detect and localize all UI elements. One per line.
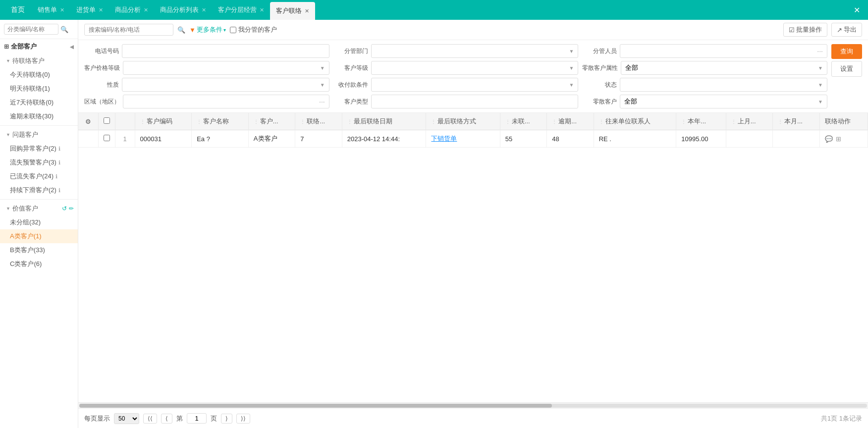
sidebar-item-overdue[interactable]: 逾期未联络(30)	[0, 109, 78, 123]
region-dots[interactable]: ···	[319, 98, 325, 106]
row-last-method[interactable]: 下销货单	[426, 130, 500, 148]
cust-type-select[interactable]	[371, 95, 579, 108]
filter-search-input[interactable]	[84, 24, 173, 36]
sidebar-item-class-b[interactable]: B类客户(33)	[0, 243, 78, 257]
sidebar-item-class-c[interactable]: C类客户(6)	[0, 257, 78, 271]
sidebar-item-churn-warning[interactable]: 流失预警客户(3) ℹ	[0, 156, 78, 169]
settings-button[interactable]: 设置	[831, 61, 862, 77]
person-dots[interactable]: ···	[817, 47, 823, 55]
nav-tab-sales[interactable]: 销售单 ✕	[32, 0, 70, 20]
col-header-last-method[interactable]: ⋮最后联络方式	[426, 113, 500, 130]
last-method-link[interactable]: 下销货单	[431, 135, 457, 142]
sidebar-item-tomorrow[interactable]: 明天待联络(1)	[0, 82, 78, 96]
nav-home[interactable]: 首页	[4, 0, 32, 20]
scrollbar-thumb[interactable]	[79, 404, 552, 408]
status-select[interactable]: ▼	[620, 78, 827, 92]
tab-close-customer-contact[interactable]: ✕	[305, 8, 309, 14]
checkbox-col-header[interactable]	[98, 113, 115, 130]
nav-tab-purchase[interactable]: 进货单 ✕	[70, 0, 109, 20]
next-page-button[interactable]: ⟩	[221, 414, 232, 424]
col-header-unit-contact[interactable]: ⋮往来单位联系人	[594, 113, 676, 130]
sidebar-item-7days[interactable]: 近7天待联络(0)	[0, 96, 78, 109]
tab-close-analysis-list[interactable]: ✕	[202, 7, 206, 13]
person-label: 分管人员	[582, 47, 617, 55]
select-all-checkbox[interactable]	[104, 117, 110, 124]
sidebar-item-today[interactable]: 今天待联络(0)	[0, 68, 78, 82]
pay-select[interactable]: ▼	[371, 78, 579, 92]
top-nav: 首页 销售单 ✕ 进货单 ✕ 商品分析 ✕ 商品分析列表 ✕ 客户分层经营 ✕ …	[0, 0, 868, 20]
horizontal-scrollbar[interactable]	[78, 402, 868, 408]
col-header-uncontacted[interactable]: ⋮未联...	[500, 113, 546, 130]
window-close-button[interactable]: ✕	[850, 5, 864, 15]
row-cust-type: A类客户	[248, 130, 295, 148]
col-header-this-month[interactable]: ⋮本月...	[773, 113, 819, 130]
cust-grade-select[interactable]: ▼	[371, 61, 579, 75]
tab-close-purchase[interactable]: ✕	[99, 7, 103, 13]
query-btn-group: 查询 设置	[831, 44, 862, 108]
phone-select[interactable]	[122, 44, 329, 58]
chat-action-icon[interactable]: 💬	[825, 135, 833, 143]
col-header-overdue[interactable]: ⋮逾期...	[547, 113, 594, 130]
sidebar-item-declining[interactable]: 持续下滑客户(2) ℹ	[0, 183, 78, 197]
nav-tab-analysis-list[interactable]: 商品分析列表 ✕	[154, 0, 212, 20]
triangle-icon-2: ▼	[6, 132, 10, 137]
filter-group-cust-grade: 客户等级 ▼	[333, 61, 579, 75]
info-icon-4: ℹ	[58, 187, 60, 194]
sidebar-item-churned[interactable]: 已流失客户(24) ℹ	[0, 169, 78, 183]
retail-attr-select[interactable]: 全部 ▼	[621, 61, 827, 75]
sidebar-search-icon[interactable]: 🔍	[60, 26, 68, 33]
sidebar-group-value[interactable]: ▼ 价值客户 ↺ ✏	[0, 202, 78, 215]
price-grade-select[interactable]: ▼	[123, 61, 329, 75]
sidebar-item-class-a[interactable]: A类客户(1)	[0, 229, 78, 243]
col-header-last-month[interactable]: ⋮上月...	[726, 113, 772, 130]
page-input[interactable]: 1	[187, 413, 207, 424]
nav-tab-customer-tier[interactable]: 客户分层经营 ✕	[212, 0, 270, 20]
nav-tab-analysis[interactable]: 商品分析 ✕	[109, 0, 154, 20]
filter-search-icon[interactable]: 🔍	[177, 26, 185, 34]
export-icon: ↗	[837, 26, 842, 34]
region-select[interactable]: ···	[123, 95, 329, 108]
retail-cust-select[interactable]: 全部 ▼	[620, 95, 827, 108]
export-button[interactable]: ↗ 导出	[831, 23, 862, 37]
dept-select[interactable]: ▼	[371, 44, 579, 58]
col-header-code[interactable]: ⋮客户编码	[135, 113, 192, 130]
col-header-name[interactable]: ⋮客户名称	[192, 113, 249, 130]
prev-page-button[interactable]: ⟨	[161, 414, 172, 424]
info-icon-3: ℹ	[55, 173, 57, 180]
query-button[interactable]: 查询	[831, 44, 862, 59]
edit-icon[interactable]: ✏	[69, 205, 74, 212]
tab-close-sales[interactable]: ✕	[60, 7, 64, 13]
check-icon: ☑	[789, 26, 795, 34]
qr-action-icon[interactable]: ⊞	[836, 135, 841, 143]
row-checkbox[interactable]	[98, 130, 115, 148]
filter-row-4: 区域（地区） ··· 客户类型	[84, 95, 827, 108]
cust-grade-chevron: ▼	[569, 65, 574, 71]
first-page-button[interactable]: ⟨⟨	[143, 414, 157, 424]
batch-op-button[interactable]: ☑ 批量操作	[783, 23, 827, 37]
sidebar-item-unclassified[interactable]: 未分组(32)	[0, 215, 78, 229]
row-last-month	[726, 130, 772, 148]
person-select[interactable]: ···	[620, 44, 827, 58]
sidebar-group-pending[interactable]: ▼ 待联络客户	[0, 54, 78, 68]
sidebar-item-rebuy-abnormal[interactable]: 回购异常客户(2) ℹ	[0, 142, 78, 156]
refresh-icon[interactable]: ↺	[62, 205, 67, 212]
col-header-this-year[interactable]: ⋮本年...	[676, 113, 726, 130]
col-header-cust-type[interactable]: ⋮客户...	[248, 113, 295, 130]
sidebar-search-input[interactable]	[4, 24, 58, 35]
col-header-last-date[interactable]: ⋮最后联络日期	[342, 113, 426, 130]
grid-icon: ⊞	[4, 43, 9, 50]
sidebar-group-problem[interactable]: ▼ 问题客户	[0, 128, 78, 142]
col-header-contact-count[interactable]: ⋮联络...	[295, 113, 342, 130]
my-customers-check[interactable]	[230, 27, 236, 33]
nature-select[interactable]: ▼	[122, 78, 329, 92]
tab-close-customer-tier[interactable]: ✕	[260, 7, 264, 13]
sidebar-all-customers[interactable]: ⊞ 全部客户 ◀	[0, 39, 78, 54]
my-customers-checkbox[interactable]: 我分管的客户	[230, 25, 277, 34]
filter-more-conditions[interactable]: ▼ 更多条件 ▾	[189, 25, 226, 34]
last-page-button[interactable]: ⟩⟩	[236, 414, 250, 424]
per-page-select[interactable]: 50 100 200	[114, 413, 139, 424]
settings-col-header[interactable]: ⚙	[78, 113, 98, 130]
tab-close-analysis[interactable]: ✕	[144, 7, 148, 13]
nav-tab-customer-contact[interactable]: 客户联络 ✕	[270, 2, 315, 20]
row-select-checkbox[interactable]	[104, 135, 110, 141]
